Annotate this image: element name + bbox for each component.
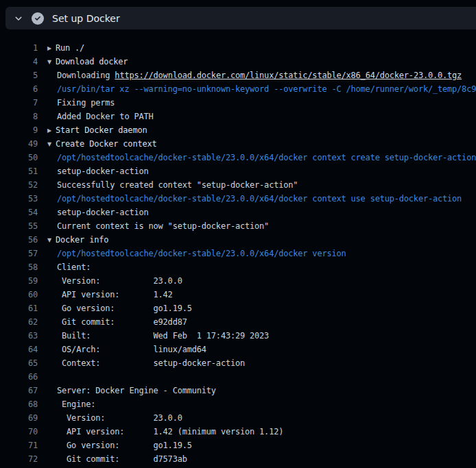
log-link[interactable]: https://download.docker.com/linux/static…: [115, 71, 462, 80]
group-title: Docker info: [56, 235, 108, 245]
chevron-down-icon: ▼: [47, 138, 56, 151]
line-number-link[interactable]: 66: [0, 370, 38, 384]
log-text: Git commit: d7573ab: [38, 452, 476, 466]
log-text: Go version: go1.19.5: [38, 301, 476, 315]
log-line: 63 Built: Wed Feb 1 17:43:29 2023: [0, 329, 476, 343]
log-text: Client:: [38, 260, 476, 274]
log-content: /opt/hostedtoolcache/docker-stable/23.0.…: [38, 192, 476, 206]
log-text: Go version: go1.19.5: [38, 439, 476, 452]
line-number-link[interactable]: 51: [0, 164, 38, 178]
log-content: /usr/bin/tar xz --warning=no-unknown-key…: [38, 82, 476, 96]
log-line: 54 setup-docker-action: [0, 206, 476, 219]
step-title: Set up Docker: [52, 13, 120, 24]
log-text: OS/Arch: linux/amd64: [38, 343, 476, 356]
log-line: 6 /usr/bin/tar xz --warning=no-unknown-k…: [0, 82, 476, 96]
log-content: /opt/hostedtoolcache/docker-stable/23.0.…: [38, 247, 476, 260]
line-number-link[interactable]: 49: [0, 137, 38, 151]
log-group-toggle[interactable]: ▼Download docker: [38, 55, 476, 69]
line-number-link[interactable]: 58: [0, 260, 38, 274]
log-text: Downloading: [47, 71, 115, 80]
group-title: Create Docker context: [56, 139, 157, 149]
log-group-toggle[interactable]: ▼Docker info: [38, 233, 476, 247]
chevron-down-icon[interactable]: [11, 11, 26, 26]
line-number-link[interactable]: 70: [0, 425, 38, 439]
line-number-link[interactable]: 68: [0, 397, 38, 411]
check-circle-icon: [32, 12, 44, 25]
log-line: 52 Successfully created context "setup-d…: [0, 178, 476, 192]
log-line: 5 Downloading https://download.docker.co…: [0, 69, 476, 82]
chevron-right-icon: ▶: [47, 124, 56, 137]
actions-log-page: { "header": { "title": "Set up Docker", …: [0, 0, 476, 468]
line-number-link[interactable]: 59: [0, 274, 38, 288]
log-content: /opt/hostedtoolcache/docker-stable/23.0.…: [38, 151, 476, 164]
line-number-link[interactable]: 50: [0, 151, 38, 164]
line-number-link[interactable]: 52: [0, 178, 38, 192]
line-number-link[interactable]: 61: [0, 301, 38, 315]
line-number-link[interactable]: 56: [0, 233, 38, 247]
log-text: Engine:: [38, 397, 476, 411]
line-number-link[interactable]: 60: [0, 288, 38, 301]
log-line: 49▼Create Docker context: [0, 137, 476, 151]
group-title: Run ./: [56, 43, 84, 53]
line-number-link[interactable]: 64: [0, 343, 38, 356]
log-line: 69 Version: 23.0.0: [0, 411, 476, 425]
log-line: 56▼Docker info: [0, 233, 476, 247]
log-line: 66: [0, 370, 476, 384]
log-lines: 1▶Run ./4▼Download docker5 Downloading h…: [0, 29, 476, 466]
log-line: 58 Client:: [0, 260, 476, 274]
log-group-toggle[interactable]: ▼Create Docker context: [38, 137, 476, 151]
log-text: setup-docker-action: [38, 164, 476, 178]
line-number-link[interactable]: 9: [0, 123, 38, 137]
line-number-link[interactable]: 65: [0, 356, 38, 370]
command-text: /opt/hostedtoolcache/docker-stable/23.0.…: [47, 249, 346, 258]
log-text: Version: 23.0.0: [38, 274, 476, 288]
line-number-link[interactable]: 8: [0, 110, 38, 123]
command-text: /opt/hostedtoolcache/docker-stable/23.0.…: [47, 194, 462, 204]
log-text: Context: setup-docker-action: [38, 356, 476, 370]
log-text: Version: 23.0.0: [38, 411, 476, 425]
step-set-up-docker: Set up Docker: [5, 7, 476, 29]
log-text: Fixing perms: [38, 96, 476, 110]
log-line: 4▼Download docker: [0, 55, 476, 69]
line-number-link[interactable]: 5: [0, 69, 38, 82]
line-number-link[interactable]: 53: [0, 192, 38, 206]
line-number-link[interactable]: 72: [0, 452, 38, 466]
line-number-link[interactable]: 7: [0, 96, 38, 110]
group-title: Download docker: [56, 57, 128, 66]
step-header[interactable]: Set up Docker: [5, 7, 476, 29]
log-text: [38, 370, 476, 384]
log-line: 62 Git commit: e92dd87: [0, 315, 476, 329]
log-line: 60 API version: 1.42: [0, 288, 476, 301]
line-number-link[interactable]: 71: [0, 439, 38, 452]
log-content: Downloading https://download.docker.com/…: [38, 69, 476, 82]
log-text: Git commit: e92dd87: [38, 315, 476, 329]
log-line: 68 Engine:: [0, 397, 476, 411]
chevron-right-icon: ▶: [47, 42, 56, 55]
log-line: 53 /opt/hostedtoolcache/docker-stable/23…: [0, 192, 476, 206]
line-number-link[interactable]: 1: [0, 41, 38, 55]
log-group-toggle[interactable]: ▶Run ./: [38, 41, 476, 55]
log-line: 7 Fixing perms: [0, 96, 476, 110]
log-text: Current context is now "setup-docker-act…: [38, 219, 476, 233]
log-text: Added Docker to PATH: [38, 110, 476, 123]
log-line: 70 API version: 1.42 (minimum version 1.…: [0, 425, 476, 439]
line-number-link[interactable]: 54: [0, 206, 38, 219]
line-number-link[interactable]: 63: [0, 329, 38, 343]
line-number-link[interactable]: 57: [0, 247, 38, 260]
log-text: Server: Docker Engine - Community: [38, 384, 476, 397]
line-number-link[interactable]: 55: [0, 219, 38, 233]
log-line: 71 Go version: go1.19.5: [0, 439, 476, 452]
log-line: 67 Server: Docker Engine - Community: [0, 384, 476, 397]
line-number-link[interactable]: 69: [0, 411, 38, 425]
command-text: /opt/hostedtoolcache/docker-stable/23.0.…: [47, 153, 476, 162]
line-number-link[interactable]: 4: [0, 55, 38, 69]
line-number-link[interactable]: 6: [0, 82, 38, 96]
log-group-toggle[interactable]: ▶Start Docker daemon: [38, 123, 476, 137]
line-number-link[interactable]: 67: [0, 384, 38, 397]
log-line: 57 /opt/hostedtoolcache/docker-stable/23…: [0, 247, 476, 260]
log-line: 9▶Start Docker daemon: [0, 123, 476, 137]
line-number-link[interactable]: 62: [0, 315, 38, 329]
log-line: 65 Context: setup-docker-action: [0, 356, 476, 370]
log-text: API version: 1.42 (minimum version 1.12): [38, 425, 476, 439]
log-line: 64 OS/Arch: linux/amd64: [0, 343, 476, 356]
